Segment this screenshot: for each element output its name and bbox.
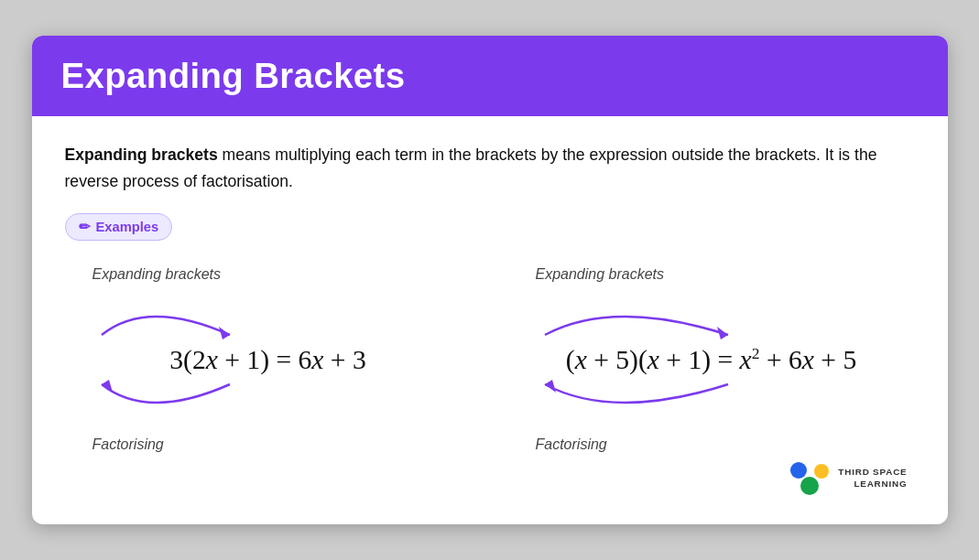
example-1-arrows: 3(2x + 1) = 6x + 3 [65,286,472,433]
factorise-arrow-bottom-1 [74,375,257,425]
description: Expanding brackets means multiplying eac… [65,142,915,195]
example-1-label: Expanding brackets [92,266,222,283]
footer-logo: THIRD SPACE LEARNING [65,462,915,495]
description-bold: Expanding brackets [65,145,218,164]
circle-yellow [814,464,829,479]
logo-icon [790,462,829,495]
header: Expanding Brackets [32,36,948,116]
logo-text: THIRD SPACE LEARNING [838,467,907,490]
math-expression-2: (x + 5)(x + 1) = x2 + 6x + 5 [566,344,856,375]
pencil-icon: ✏ [79,219,91,235]
logo-line2: LEARNING [838,479,907,490]
example-2-factorising: Factorising [536,436,607,453]
example-2-label: Expanding brackets [536,266,665,283]
examples-badge[interactable]: ✏ Examples [65,213,173,241]
factorise-arrow-bottom-2 [517,375,756,425]
example-1-factorising: Factorising [92,436,164,453]
logo-line1: THIRD SPACE [838,467,907,479]
body-content: Expanding brackets means multiplying eac… [32,116,948,524]
page-title: Expanding Brackets [61,56,919,96]
examples-badge-label: Examples [96,220,159,234]
example-1: Expanding brackets 3(2x + 1) = 6x + 3 [65,266,472,453]
circle-blue [790,462,807,479]
expand-arrow-top-1 [74,294,257,344]
math-expression-1: 3(2x + 1) = 6x + 3 [169,345,365,375]
expand-arrow-top-2 [517,294,756,344]
main-card: Expanding Brackets Expanding brackets me… [32,36,948,524]
example-2: Expanding brackets (x + 5)(x + 1) = x2 +… [508,266,915,453]
circle-green [800,477,819,495]
example-2-arrows: (x + 5)(x + 1) = x2 + 6x + 5 [508,286,915,433]
examples-grid: Expanding brackets 3(2x + 1) = 6x + 3 [65,266,915,453]
